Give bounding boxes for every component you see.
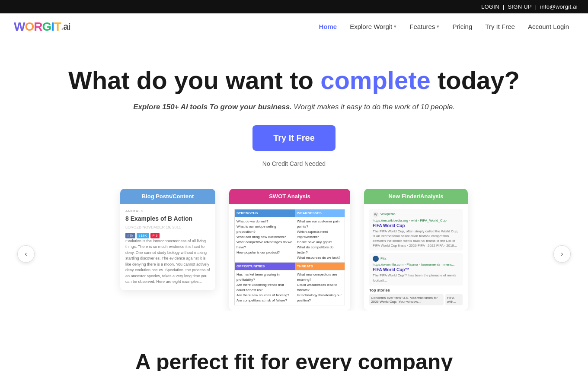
finder-result-fifa: F Fifa https://www.fifa.com › Plasma › t… — [369, 253, 463, 285]
wikipedia-icon: W — [373, 212, 379, 218]
nav-explore[interactable]: Explore Worgit ▾ — [345, 19, 402, 34]
fifa-url: https://www.fifa.com › Plasma › tourname… — [373, 263, 459, 266]
blog-tag: ANIMALS — [125, 209, 210, 213]
carousel-card-finder: New Finder/Analysis W Wikipedia https://… — [364, 189, 468, 311]
no-credit-card-text: No Credit Card Needed — [9, 160, 579, 167]
navbar: WORGIT.ai Home Explore Worgit ▾ Features… — [0, 13, 588, 40]
nav-links: Home Explore Worgit ▾ Features ▾ Pricing… — [313, 19, 574, 34]
blog-meta: LOROZB NOVEMBER 19, 2011 — [125, 225, 210, 229]
carousel-container: Blog Posts/Content ANIMALS 8 Examples of… — [56, 189, 532, 311]
carousel-card-blog: Blog Posts/Content ANIMALS 8 Examples of… — [120, 189, 215, 290]
pin-share-btn[interactable]: P 3 — [150, 233, 160, 238]
hero-headline-before: What do you want to — [68, 66, 313, 94]
swot-card-body: STRENGTHS WEAKNESSES What do we do well?… — [229, 204, 350, 311]
hero-headline-complete: complete — [320, 66, 431, 94]
top-stories-label: Top stories — [369, 288, 463, 292]
swot-card-header: SWOT Analysis — [229, 189, 350, 204]
fifa-icon: F — [373, 256, 379, 262]
blog-card-body: ANIMALS 8 Examples of B Action LOROZB NO… — [120, 204, 215, 290]
story2: FIFA with... — [445, 294, 463, 305]
hero-cta-button[interactable]: Try It Free — [252, 125, 336, 151]
swot-strengths-content: What do we do well?What is our unique se… — [235, 217, 295, 262]
finder-result-wikipedia: W Wikipedia https://en.wikipedia.org › w… — [369, 209, 463, 251]
hero-headline-after: today? — [438, 66, 520, 94]
hero-subtitle: Explore 150+ AI tools To grow your busin… — [9, 103, 579, 111]
facebook-share-btn[interactable]: f 7k — [125, 233, 135, 238]
story1: Concerns over fans' U.S. visa wait times… — [369, 294, 444, 305]
blog-title: 8 Examples of B Action — [125, 215, 210, 222]
swot-table: STRENGTHS WEAKNESSES What do we do well?… — [234, 209, 345, 305]
swot-threats-header: THREATS — [295, 262, 345, 270]
top-stories-row: Concerns over fans' U.S. visa wait times… — [369, 294, 463, 305]
wikipedia-text: The FIFA World Cup, often simply called … — [373, 229, 459, 248]
nav-try-free[interactable]: Try It Free — [480, 19, 520, 34]
logo-w: W — [14, 20, 25, 34]
logo-i: I — [51, 20, 54, 34]
email-link[interactable]: info@worgit.ai — [540, 3, 578, 10]
wikipedia-url: https://en.wikipedia.org › wiki › FIFA_W… — [373, 219, 459, 222]
nav-home[interactable]: Home — [313, 19, 342, 34]
blog-card-header: Blog Posts/Content — [120, 189, 215, 204]
blog-text: Evolution is the interconnectedness of a… — [125, 238, 210, 285]
swot-strengths-header: STRENGTHS — [235, 209, 295, 217]
top-bar: LOGIN | SIGN UP | info@worgit.ai — [0, 0, 588, 13]
fifa-title: FIFA World Cup™ — [373, 267, 459, 272]
tweet-share-btn[interactable]: t 18K — [137, 233, 149, 238]
logo[interactable]: WORGIT.ai — [14, 20, 70, 34]
logo-ai: ai — [63, 21, 70, 32]
swot-weaknesses-content: What are our customer pain points?Which … — [295, 217, 345, 262]
perfect-fit-section: A perfect fit for every company — [0, 328, 588, 371]
chevron-down-icon: ▾ — [437, 24, 439, 29]
swot-weaknesses-header: WEAKNESSES — [295, 209, 345, 217]
fifa-name: Fifa — [380, 257, 386, 260]
wikipedia-name: Wikipedia — [380, 212, 396, 216]
finder-card-body: W Wikipedia https://en.wikipedia.org › w… — [364, 204, 468, 311]
finder-card-header: New Finder/Analysis — [364, 189, 468, 204]
swot-threats-content: What new competitors are entering?Could … — [295, 270, 345, 305]
chevron-down-icon: ▾ — [394, 24, 396, 29]
hero-subtitle-rest: Worgit makes it easy to do the work of 1… — [292, 103, 455, 111]
pipe2: | — [535, 3, 539, 10]
nav-pricing[interactable]: Pricing — [447, 19, 477, 34]
login-link[interactable]: LOGIN — [481, 3, 499, 10]
carousel-section: ‹ Blog Posts/Content ANIMALS 8 Examples … — [0, 180, 588, 328]
hero-section: What do you want to complete today? Expl… — [0, 40, 588, 180]
hero-headline: What do you want to complete today? — [9, 66, 579, 95]
perfect-fit-heading: A perfect fit for every company — [9, 349, 579, 371]
nav-account-login[interactable]: Account Login — [523, 19, 574, 34]
pipe1: | — [503, 3, 506, 10]
logo-t: T — [54, 20, 61, 34]
fifa-text: The FIFA World Cup™ has been the pinnacl… — [373, 273, 459, 282]
logo-r: R — [34, 20, 42, 34]
logo-g: G — [42, 20, 51, 34]
carousel-next-button[interactable]: › — [553, 245, 571, 263]
carousel-prev-button[interactable]: ‹ — [17, 245, 35, 263]
wikipedia-title: FIFA World Cup — [373, 223, 459, 228]
blog-share-buttons: f 7k t 18K P 3 — [125, 233, 210, 238]
signup-link[interactable]: SIGN UP — [508, 3, 531, 10]
swot-opportunities-header: OPPORTUNITIES — [235, 262, 295, 270]
hero-subtitle-bold: Explore 150+ AI tools To grow your busin… — [133, 103, 292, 111]
carousel-card-swot: SWOT Analysis STRENGTHS WEAKNESSES What … — [229, 189, 350, 311]
swot-opportunities-content: Has market been growing in profitability… — [235, 270, 295, 305]
logo-o: O — [25, 20, 34, 34]
nav-features[interactable]: Features ▾ — [404, 19, 444, 34]
